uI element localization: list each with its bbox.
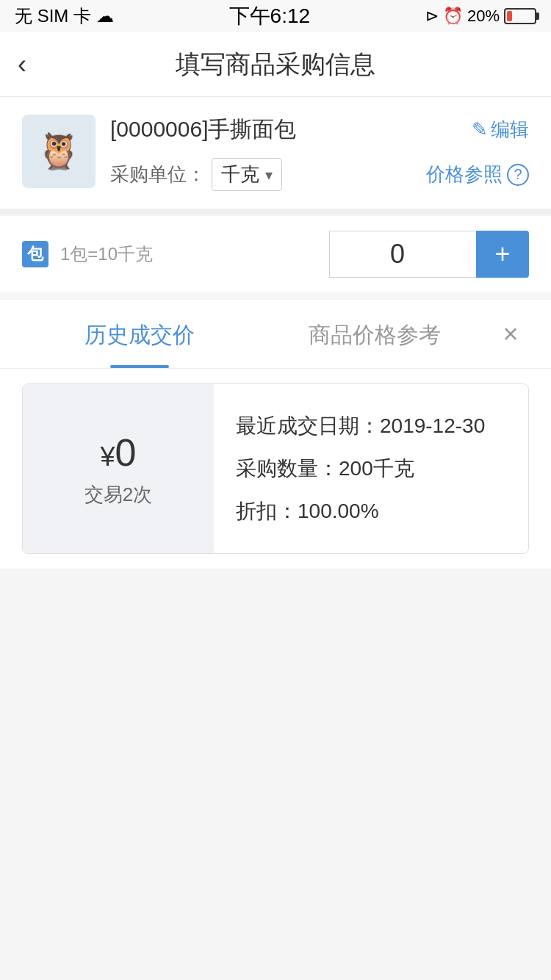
page-title: 填写商品采购信息 — [176, 48, 375, 82]
detail-qty-row: 采购数量：200千克 — [236, 453, 506, 484]
product-name-row: [0000006]手撕面包 ✎ 编辑 — [110, 115, 529, 145]
quantity-sub-label: 1包=10千克 — [60, 242, 153, 266]
status-bar: 无 SIM 卡 ☁ 下午6:12 ⊳ ⏰ 20% — [0, 0, 551, 32]
edit-icon: ✎ — [472, 118, 488, 141]
status-time: 下午6:12 — [229, 2, 311, 30]
product-thumbnail: 🦉 — [22, 115, 96, 188]
back-button[interactable]: ‹ — [18, 49, 26, 80]
alarm-icon: ⏰ — [443, 7, 463, 26]
header: ‹ 填写商品采购信息 — [0, 32, 551, 97]
detail-date-row: 最近成交日期：2019-12-30 — [236, 411, 506, 442]
tab-close-button[interactable]: × — [492, 316, 529, 353]
price-ref-label: 价格参照 — [426, 162, 503, 187]
sim-label: 无 SIM 卡 ☁ — [15, 4, 114, 28]
qty-detail-value: 200千克 — [339, 457, 414, 480]
quantity-input-group: + — [329, 231, 529, 278]
qty-detail-label: 采购数量： — [236, 457, 339, 480]
quantity-input[interactable] — [329, 231, 476, 278]
tabs-section: 历史成交价 商品价格参考 × — [0, 300, 551, 369]
trade-count: 交易2次 — [84, 482, 152, 508]
status-right: ⊳ ⏰ 20% — [425, 7, 536, 26]
price-ref-help-icon: ? — [507, 164, 529, 186]
quantity-label-group: 包 1包=10千克 — [22, 241, 153, 267]
unit-select[interactable]: 千克 ▾ — [212, 158, 282, 191]
discount-label: 折扣： — [236, 500, 298, 522]
date-value: 2019-12-30 — [380, 414, 485, 437]
battery-icon — [504, 8, 536, 24]
edit-label: 编辑 — [491, 117, 529, 143]
tabs-row: 历史成交价 商品价格参考 × — [0, 300, 551, 368]
dropdown-arrow-icon: ▾ — [265, 166, 273, 184]
card-left: ¥0 交易2次 — [23, 384, 214, 553]
status-left: 无 SIM 卡 ☁ — [15, 4, 114, 28]
date-label: 最近成交日期： — [236, 414, 380, 437]
card-area: ¥0 交易2次 最近成交日期：2019-12-30 采购数量：200千克 折扣：… — [0, 369, 551, 569]
quantity-unit-box: 包 — [22, 241, 48, 267]
price-symbol: ¥ — [101, 442, 115, 472]
tab-product-price-ref[interactable]: 商品价格参考 — [257, 300, 492, 368]
unit-row: 采购单位： 千克 ▾ 价格参照 ? — [110, 158, 529, 191]
discount-value: 100.00% — [298, 500, 379, 522]
quantity-section: 包 1包=10千克 + — [0, 216, 551, 292]
history-card: ¥0 交易2次 最近成交日期：2019-12-30 采购数量：200千克 折扣：… — [22, 383, 529, 554]
tab-history-price[interactable]: 历史成交价 — [22, 300, 257, 368]
detail-discount-row: 折扣：100.00% — [236, 496, 506, 527]
location-icon: ⊳ — [425, 7, 439, 26]
battery-percent: 20% — [467, 7, 500, 26]
product-thumb-icon: 🦉 — [37, 131, 81, 172]
quantity-plus-button[interactable]: + — [476, 231, 529, 278]
product-info: [0000006]手撕面包 ✎ 编辑 采购单位： 千克 ▾ 价格参照 ? — [110, 115, 529, 191]
edit-button[interactable]: ✎ 编辑 — [472, 117, 529, 143]
section-divider — [0, 209, 551, 215]
unit-value: 千克 — [221, 162, 259, 187]
card-right: 最近成交日期：2019-12-30 采购数量：200千克 折扣：100.00% — [214, 384, 528, 553]
main-background — [0, 569, 551, 980]
product-section: 🦉 [0000006]手撕面包 ✎ 编辑 采购单位： 千克 ▾ — [0, 97, 551, 209]
card-price: ¥0 — [101, 430, 137, 475]
product-name: [0000006]手撕面包 — [110, 115, 296, 145]
unit-label: 采购单位： — [110, 162, 206, 187]
price-ref-button[interactable]: 价格参照 ? — [426, 162, 529, 187]
